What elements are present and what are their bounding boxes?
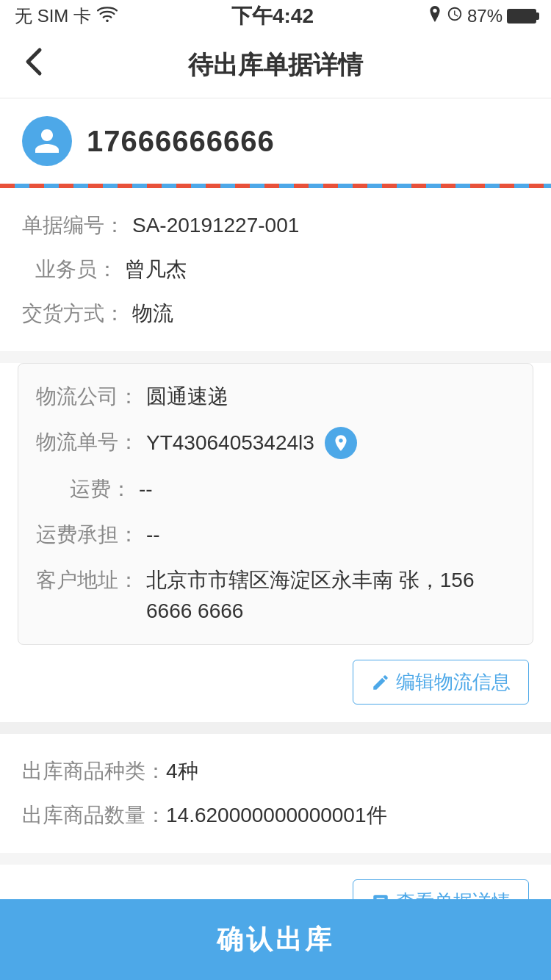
edit-icon <box>371 673 390 692</box>
goods-section: 出库商品种类： 4种 出库商品数量： 14.620000000000001件 <box>0 734 551 853</box>
status-right: 87% <box>428 6 536 26</box>
logistics-freight-bear-label: 运费承担： <box>36 519 146 550</box>
edit-btn-container: 编辑物流信息 <box>0 645 551 722</box>
goods-quantity-label: 出库商品数量： <box>22 800 166 831</box>
order-number-row: 单据编号： SA-20191227-001 <box>22 210 529 241</box>
goods-type-value: 4种 <box>166 756 529 787</box>
logistics-tracking-value: YT43064053424l3 <box>146 427 515 459</box>
page-title: 待出库单据详情 <box>188 48 363 82</box>
logistics-freight-bear-value: -- <box>146 519 515 550</box>
status-carrier: 无 SIM 卡 <box>15 4 118 28</box>
alarm-icon <box>447 6 463 26</box>
edit-btn-label: 编辑物流信息 <box>396 669 511 695</box>
avatar <box>22 116 72 166</box>
confirm-button[interactable]: 确认出库 <box>0 899 551 980</box>
tracking-location-icon[interactable] <box>325 427 357 459</box>
back-button[interactable] <box>18 40 50 90</box>
order-number-label: 单据编号： <box>22 210 132 241</box>
content-area: 17666666666 单据编号： SA-20191227-001 业务员： 曾… <box>0 98 551 980</box>
logistics-freight-bear-row: 运费承担： -- <box>36 519 515 550</box>
person-icon <box>32 126 62 156</box>
delivery-value: 物流 <box>132 298 529 329</box>
logistics-freight-label: 运费： <box>36 474 139 505</box>
carrier-text: 无 SIM 卡 <box>15 4 91 28</box>
status-time: 下午4:42 <box>231 2 314 30</box>
user-phone: 17666666666 <box>87 125 275 158</box>
battery-icon <box>507 9 536 24</box>
location-icon <box>428 6 442 26</box>
goods-quantity-value: 14.620000000000001件 <box>166 800 529 831</box>
logistics-freight-row: 运费： -- <box>36 474 515 505</box>
logistics-outer: 物流公司： 圆通速递 物流单号： YT43064053424l3 运费： -- <box>0 363 551 722</box>
order-info-section: 单据编号： SA-20191227-001 业务员： 曾凡杰 交货方式： 物流 <box>0 188 551 351</box>
order-number-value: SA-20191227-001 <box>132 210 529 241</box>
wifi-icon <box>97 6 118 26</box>
logistics-tracking-label: 物流单号： <box>36 427 146 458</box>
goods-type-row: 出库商品种类： 4种 <box>22 756 529 787</box>
logistics-company-row: 物流公司： 圆通速递 <box>36 381 515 412</box>
delivery-row: 交货方式： 物流 <box>22 298 529 329</box>
salesman-value: 曾凡杰 <box>125 254 529 285</box>
logistics-freight-value: -- <box>139 474 515 505</box>
salesman-label: 业务员： <box>22 254 125 285</box>
logistics-address-value: 北京市市辖区海淀区永丰南 张，156 6666 6666 <box>146 565 515 627</box>
logistics-card: 物流公司： 圆通速递 物流单号： YT43064053424l3 运费： -- <box>18 363 533 645</box>
logistics-tracking-row: 物流单号： YT43064053424l3 <box>36 427 515 459</box>
nav-bar: 待出库单据详情 <box>0 32 551 98</box>
goods-quantity-row: 出库商品数量： 14.620000000000001件 <box>22 800 529 831</box>
svg-point-0 <box>106 20 109 22</box>
user-card: 17666666666 <box>0 98 551 184</box>
logistics-company-label: 物流公司： <box>36 381 146 412</box>
logistics-company-value: 圆通速递 <box>146 381 515 412</box>
goods-type-label: 出库商品种类： <box>22 756 166 787</box>
confirm-btn-label: 确认出库 <box>217 922 334 958</box>
logistics-address-label: 客户地址： <box>36 565 146 596</box>
salesman-row: 业务员： 曾凡杰 <box>22 254 529 285</box>
battery-percent: 87% <box>467 6 503 26</box>
section-divider <box>0 722 551 734</box>
status-bar: 无 SIM 卡 下午4:42 87% <box>0 0 551 32</box>
edit-logistics-button[interactable]: 编辑物流信息 <box>353 660 529 705</box>
logistics-address-row: 客户地址： 北京市市辖区海淀区永丰南 张，156 6666 6666 <box>36 565 515 627</box>
delivery-label: 交货方式： <box>22 298 132 329</box>
